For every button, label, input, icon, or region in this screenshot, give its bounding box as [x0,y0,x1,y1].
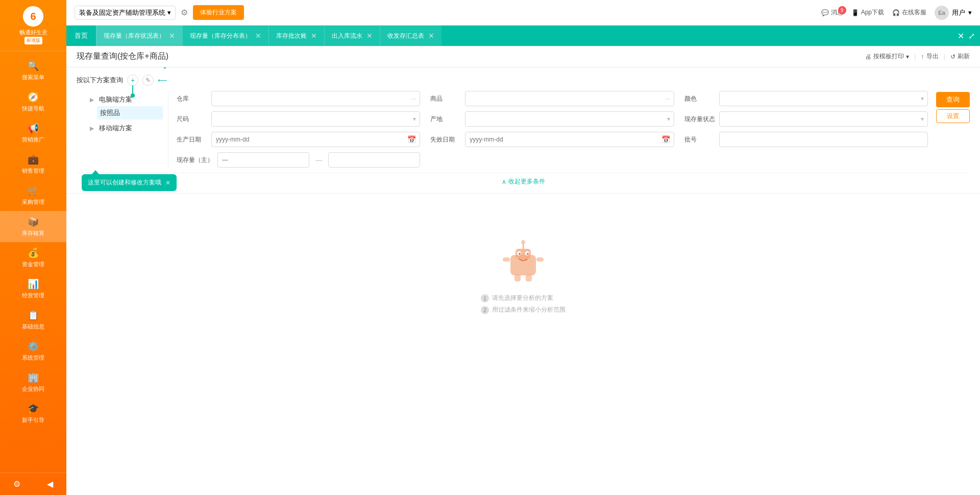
sidebar-item-finance[interactable]: 💰 资金管理 [0,242,66,273]
industry-btn[interactable]: 体验行业方案 [193,5,244,20]
empty-hint-list: 1 请先选择要分析的方案 2 用过滤条件来缩小分析范围 [481,294,566,317]
svg-point-5 [527,253,529,255]
sidebar-item-label: 企业协同 [22,385,44,393]
tab-close-icon[interactable]: ✕ [366,32,373,40]
tab-close-icon[interactable]: ✕ [169,32,175,40]
sidebar-item-enterprise[interactable]: 🏢 企业协同 [0,367,66,398]
stock-main-label: 现存量（主） [177,156,213,164]
sidebar-item-system[interactable]: ⚙️ 系统管理 [0,336,66,367]
filter-row-expire-date: 失效日期 📅 [430,132,674,147]
tab-home[interactable]: 首页 [66,26,96,46]
header-settings-icon[interactable]: ⚙ [181,8,188,17]
tab-close-icon[interactable]: ✕ [311,32,317,40]
sidebar-item-label: 基础信息 [22,323,44,331]
bell-icon: 💬 [821,9,829,16]
refresh-btn[interactable]: ↺ 刷新 [950,52,970,61]
sidebar-item-sales[interactable]: 💼 销售管理 [0,149,66,180]
hint-num-2: 2 [481,306,489,314]
settings-bottom-icon[interactable]: ⚙ [13,479,20,489]
tab-label: 出入库流水 [332,32,362,40]
product-select-wrap: ··· [465,91,674,106]
notifications-btn[interactable]: 💬 消息 9 [821,8,843,17]
tab-receive-send-summary[interactable]: 收发存汇总表 ✕ [380,26,442,46]
color-select-wrap: ▾ [719,91,928,106]
tree-toggle-icon: ▶ [90,97,96,103]
marketing-icon: 📢 [28,123,39,134]
chevron-down-icon5: ▾ [921,115,924,123]
tab-inventory-batch[interactable]: 库存批次账 ✕ [268,26,324,46]
stock-status-input[interactable] [719,111,928,127]
sidebar-item-label: 采购管理 [22,198,44,206]
produce-date-input[interactable] [211,132,420,147]
top-header-left: 装备及固定资产辅助管理系统 ▾ ⚙ 体验行业方案 [75,5,244,20]
collapse-sidebar-icon[interactable]: ◀ [47,479,53,489]
reset-btn[interactable]: 设置 [936,109,970,123]
export-btn[interactable]: ↑ 导出 [921,52,939,61]
guide-icon: 🧭 [28,91,39,103]
filter-add-btn[interactable]: + [127,75,138,86]
warehouse-input[interactable] [211,91,420,106]
stock-main-end[interactable] [328,152,420,168]
tab-inventory-distribution[interactable]: 现存量（库存分布表） ✕ [182,26,268,46]
chevron-down-icon: ▾ [968,9,972,16]
sidebar-item-purchase[interactable]: 🛒 采购管理 [0,180,66,211]
origin-label: 产地 [430,115,461,124]
export-icon: ↑ [921,53,924,60]
sidebar-item-label: 系统管理 [22,354,44,362]
filter-label: 按以下方案查询 [77,76,123,85]
top-header-right: 💬 消息 9 📱 App下载 🎧 在线客服 Ea 用户 ▾ [821,6,972,20]
user-info[interactable]: Ea 用户 ▾ [935,6,972,20]
sidebar-item-inventory[interactable]: 📦 库存核算 [0,211,66,242]
tab-bar: 首页 现存量（库存状况表） ✕ 现存量（库存分布表） ✕ 库存批次账 ✕ 出入库… [66,26,980,46]
filter-row-stock-status: 现存量状态 ▾ [684,111,928,127]
phone-icon: 📱 [851,9,859,16]
origin-select-wrap: ▾ [465,111,674,127]
scheme-tree-desktop[interactable]: ▶ 电脑端方案 [87,93,163,106]
search-icon: 🔍 [28,60,39,72]
scheme-tree-child-1[interactable]: 按照品 [97,106,163,120]
collapse-btn[interactable]: ∧ 收起更多条件 [77,177,970,186]
sidebar-item-label: 库存核算 [22,229,44,237]
tab-inventory-status[interactable]: 现存量（库存状况表） ✕ [96,26,182,46]
svg-rect-9 [526,274,532,281]
product-input[interactable] [465,91,674,106]
sidebar-item-marketing[interactable]: 📢 营销推广 [0,117,66,149]
sidebar-item-operation[interactable]: 📊 经营管理 [0,273,66,304]
tab-close-icon[interactable]: ✕ [428,32,434,40]
sidebar-item-newbie[interactable]: 🎓 新手引导 [0,398,66,429]
filter-edit-btn[interactable]: ✎ [142,75,154,86]
expire-date-input[interactable] [465,132,674,147]
app-download-btn[interactable]: 📱 App下载 [851,8,884,17]
system-selector[interactable]: 装备及固定资产辅助管理系统 ▾ [75,6,176,20]
maximize-icon[interactable]: ⤢ [968,31,975,41]
produce-date-label: 生产日期 [177,135,207,144]
action-divider: | [914,53,916,60]
print-btn[interactable]: 🖨 按模板打印 ▾ [865,52,909,61]
filter-arrow-btn[interactable]: ⟵ [158,77,167,84]
product-label: 商品 [430,95,461,103]
collapse-arrow-icon: ∧ [502,178,506,185]
sidebar-item-basic[interactable]: 📋 基础信息 [0,304,66,336]
close-tab-icon[interactable]: ✕ [958,31,964,41]
online-support-btn[interactable]: 🎧 在线客服 [892,8,926,17]
filter-row-produce-date: 生产日期 📅 [177,132,420,147]
batch-input[interactable] [719,132,928,147]
tab-close-icon[interactable]: ✕ [255,32,261,40]
page-actions: 🖨 按模板打印 ▾ | ↑ 导出 | ↺ 刷新 [865,52,970,61]
tree-mobile-label: 移动端方案 [99,124,132,133]
page-header: 现存量查询(按仓库+商品) 🖨 按模板打印 ▾ | ↑ 导出 | ↺ 刷新 [66,46,980,67]
origin-input[interactable] [465,111,674,127]
tab-inout-flow[interactable]: 出入库流水 ✕ [324,26,380,46]
tooltip-close-2[interactable]: ✕ [165,179,170,186]
search-btn[interactable]: 查询 [936,92,970,107]
color-input[interactable] [719,91,928,106]
scheme-tree-mobile[interactable]: ▶ 移动端方案 [87,122,163,135]
size-input[interactable] [211,111,420,127]
sidebar-item-label: 经营管理 [22,292,44,299]
stock-main-start[interactable] [217,152,309,168]
sidebar-item-guide[interactable]: 🧭 快捷导航 [0,86,66,117]
sidebar-item-search[interactable]: 🔍 搜索菜单 [0,55,66,86]
tooltip-text-2: 这里可以创建和修改方案哦 [88,178,161,187]
sidebar-item-label: 营销推广 [22,136,44,144]
app-download-label: App下载 [861,8,884,17]
